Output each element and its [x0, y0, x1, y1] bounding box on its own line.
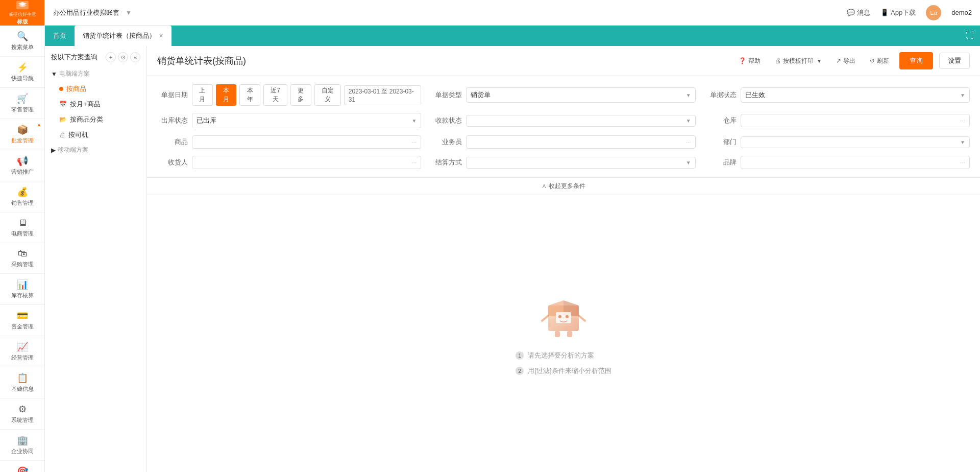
- sidebar-item-finance[interactable]: 💳 资金管理: [0, 305, 44, 336]
- salesman-label: 业务员: [431, 137, 462, 147]
- stock-out-control[interactable]: 已出库 ▼: [192, 113, 421, 128]
- doc-type-value: 销货单: [471, 90, 685, 100]
- app-logo[interactable]: 畅捷信好生意 标版: [0, 0, 44, 26]
- empty-state-tips: 1 请先选择要分析的方案 2 用[过滤]条件来缩小分析范围: [516, 349, 611, 380]
- tip-num-2: 2: [516, 367, 524, 375]
- doc-status-value: 已生效: [745, 90, 960, 100]
- print-dropdown-icon[interactable]: ▼: [817, 58, 822, 64]
- doc-type-control[interactable]: 销货单 ▼: [466, 87, 695, 103]
- payment-status-control[interactable]: ▼: [466, 115, 695, 127]
- app-logo-label: 畅捷信好生意: [9, 11, 36, 18]
- edit-scheme-btn[interactable]: ⊙: [118, 52, 128, 62]
- marketing-icon: 📢: [17, 155, 28, 167]
- enterprise-icon: 🏢: [17, 435, 28, 446]
- refresh-btn[interactable]: ↺ 刷新: [866, 55, 893, 67]
- date-btn-last-month[interactable]: 上月: [192, 84, 213, 106]
- settlement-control[interactable]: ▼: [466, 157, 695, 169]
- sidebar-item-purchase[interactable]: 🛍 采购管理: [0, 243, 44, 274]
- settings-btn[interactable]: 设置: [939, 53, 970, 69]
- tree-item-by-product[interactable]: 按商品: [53, 81, 146, 97]
- filter-field-doc-status: 单据状态 已生效 ▼: [706, 87, 970, 103]
- sidebar-item-inventory[interactable]: 📊 库存核算: [0, 274, 44, 305]
- sidebar-item-wholesale[interactable]: 📦 批发管理 ▲: [0, 119, 44, 150]
- date-btn-this-month[interactable]: 本月: [216, 84, 237, 106]
- content-area: 按以下方案查询 + ⊙ « ▼ 电脑端方案 按商品 📅 按月+商品: [45, 46, 980, 472]
- brand-control[interactable]: ···: [741, 156, 970, 169]
- export-btn[interactable]: ↗ 导出: [832, 55, 860, 67]
- print-btn[interactable]: 🖨 按模板打印 ▼: [771, 55, 826, 67]
- export-label: 导出: [843, 57, 855, 65]
- tab-home[interactable]: 首页: [45, 26, 75, 46]
- settlement-label: 结算方式: [431, 158, 462, 167]
- tree-item-by-product-category[interactable]: 📂 按商品分类: [53, 112, 146, 127]
- sidebar-item-enterprise[interactable]: 🏢 企业协同: [0, 430, 44, 461]
- doc-status-control[interactable]: 已生效 ▼: [741, 87, 970, 103]
- sidebar-item-basic[interactable]: 📋 基础信息: [0, 367, 44, 398]
- retail-icon: 🛒: [17, 93, 28, 104]
- left-sidebar: 畅捷信好生意 标版 🔍 搜索菜单 ⚡ 快捷导航 🛒 零售管理 📦 批发管理 ▲ …: [0, 0, 45, 472]
- sidebar-item-finance-label: 资金管理: [11, 323, 34, 331]
- query-btn[interactable]: 查询: [899, 52, 933, 69]
- date-range-display: 2023-03-01 至 2023-03-31: [344, 85, 422, 105]
- tip-text-1: 请先选择要分析的方案: [528, 349, 594, 362]
- user-name[interactable]: demo2: [951, 9, 972, 16]
- user-avatar[interactable]: Ea: [926, 5, 941, 20]
- operation-icon: 📈: [17, 341, 28, 352]
- filter-sidebar-actions: + ⊙ «: [106, 52, 140, 62]
- user-avatar-img: Ea: [930, 10, 937, 16]
- workspace-dropdown-icon[interactable]: ▼: [126, 9, 132, 16]
- warehouse-label: 仓库: [706, 116, 737, 125]
- doc-status-arrow-icon: ▼: [960, 92, 965, 98]
- sidebar-item-quicknav-label: 快捷导航: [11, 75, 34, 82]
- add-scheme-btn[interactable]: +: [106, 52, 116, 62]
- folder-icon: 📂: [59, 116, 67, 123]
- tree-item-by-month-product[interactable]: 📅 按月+商品: [53, 97, 146, 112]
- date-btn-7days[interactable]: 近7天: [263, 84, 287, 106]
- tip-text-2: 用[过滤]条件来缩小分析范围: [528, 364, 611, 377]
- stock-out-label: 出库状态: [157, 116, 188, 125]
- department-label: 部门: [706, 137, 737, 147]
- sidebar-item-newguide[interactable]: 🎯 新手引导: [0, 461, 44, 472]
- message-label: 消息: [857, 8, 870, 17]
- date-btn-this-year[interactable]: 本年: [239, 84, 260, 106]
- collapse-bar[interactable]: ∧ 收起更多条件: [147, 178, 980, 195]
- sidebar-item-ecommerce[interactable]: 🖥 电商管理: [0, 213, 44, 243]
- tab-sales-stat[interactable]: 销货单统计表（按商品） ✕: [75, 26, 172, 46]
- sidebar-item-operation[interactable]: 📈 经营管理: [0, 336, 44, 367]
- date-btn-custom[interactable]: 自定义: [314, 84, 341, 106]
- filter-sidebar-title: 按以下方案查询: [51, 53, 97, 62]
- collapse-sidebar-btn[interactable]: «: [130, 52, 140, 62]
- sidebar-item-retail[interactable]: 🛒 零售管理: [0, 88, 44, 119]
- sidebar-item-wholesale-label: 批发管理: [11, 137, 34, 145]
- finance-icon: 💳: [17, 310, 28, 321]
- tree-group-mobile-label: 移动端方案: [58, 146, 88, 154]
- product-control[interactable]: ···: [192, 135, 421, 149]
- basic-icon: 📋: [17, 372, 28, 384]
- tab-maximize-btn[interactable]: ⛶: [960, 31, 980, 40]
- sidebar-item-search[interactable]: 🔍 搜索菜单: [0, 26, 44, 57]
- message-btn[interactable]: 💬 消息: [847, 8, 870, 17]
- empty-state: 1 请先选择要分析的方案 2 用[过滤]条件来缩小分析范围: [147, 195, 980, 472]
- department-control[interactable]: ▼: [741, 136, 970, 148]
- active-dot-icon: [59, 87, 63, 91]
- wholesale-icon: 📦: [17, 124, 28, 135]
- sidebar-item-sales[interactable]: 💰 销售管理: [0, 181, 44, 213]
- help-btn[interactable]: ❓ 帮助: [734, 55, 765, 67]
- receiver-control[interactable]: ···: [192, 156, 421, 169]
- sidebar-item-marketing[interactable]: 📢 营销推广: [0, 150, 44, 181]
- tree-item-by-cashier[interactable]: 🖨 按司机: [53, 127, 146, 143]
- app-download-btn[interactable]: 📱 App下载: [880, 8, 916, 17]
- svg-point-5: [558, 315, 561, 318]
- receiver-label: 收货人: [157, 158, 188, 167]
- filter-field-salesman: 业务员 ···: [431, 135, 695, 149]
- export-icon: ↗: [836, 57, 841, 64]
- sidebar-item-system[interactable]: ⚙ 系统管理: [0, 398, 44, 430]
- date-btn-more[interactable]: 更多: [290, 84, 311, 106]
- salesman-control[interactable]: ···: [466, 135, 695, 149]
- receiver-dots-icon: ···: [411, 159, 416, 166]
- tab-close-btn[interactable]: ✕: [159, 33, 163, 39]
- sidebar-item-quicknav[interactable]: ⚡ 快捷导航: [0, 57, 44, 88]
- filter-field-brand: 品牌 ···: [706, 156, 970, 169]
- tab-home-label: 首页: [53, 31, 66, 40]
- warehouse-control[interactable]: ···: [741, 114, 970, 127]
